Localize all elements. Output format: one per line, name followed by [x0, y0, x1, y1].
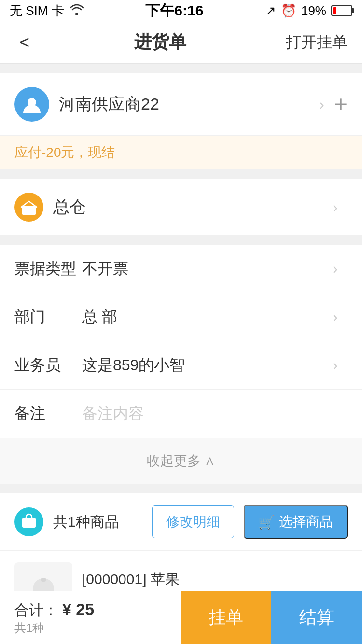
dept-label: 部门 — [14, 307, 82, 328]
supplier-avatar — [14, 87, 49, 122]
warehouse-row[interactable]: 总仓 › — [0, 179, 362, 235]
carrier-text: 无 SIM 卡 — [10, 2, 64, 19]
invoice-row[interactable]: 票据类型 不开票 › — [0, 245, 362, 293]
cart-icon: 🛒 — [258, 514, 275, 530]
svg-rect-5 — [41, 578, 46, 582]
supplier-card: 河南供应商22 › + 应付-20元，现结 — [0, 73, 362, 169]
svg-rect-1 — [22, 206, 36, 215]
battery-icon — [331, 5, 352, 16]
total-count: 共1种 — [14, 620, 166, 636]
status-bar: 无 SIM 卡 下午6:16 ↗ ⏰ 19% — [0, 0, 362, 21]
sales-row[interactable]: 业务员 这是859的小智 › — [0, 341, 362, 390]
dept-value: 总 部 — [82, 307, 333, 328]
warehouse-chevron-icon: › — [333, 198, 338, 216]
nav-bar: < 进货单 打开挂单 — [0, 21, 362, 64]
total-row: 合计： ¥ 25 — [14, 600, 166, 620]
open-hang-button[interactable]: 打开挂单 — [286, 32, 348, 53]
wifi-icon — [70, 3, 84, 18]
status-right: ↗ ⏰ 19% — [265, 3, 352, 18]
warehouse-name: 总仓 — [53, 196, 333, 218]
total-label: 合计： — [14, 602, 58, 618]
page-title: 进货单 — [134, 30, 186, 54]
status-left: 无 SIM 卡 — [10, 2, 84, 19]
edit-detail-button[interactable]: 修改明细 — [152, 505, 234, 538]
remark-input[interactable]: 备注内容 — [82, 403, 348, 424]
svg-rect-2 — [22, 518, 36, 528]
select-product-button[interactable]: 🛒 选择商品 — [244, 505, 348, 539]
form-section: 票据类型 不开票 › 部门 总 部 › 业务员 这是859的小智 › 备注 备注… — [0, 245, 362, 438]
supplier-row: 河南供应商22 › + — [0, 73, 362, 136]
invoice-label: 票据类型 — [14, 258, 82, 280]
total-amount: ¥ 25 — [62, 600, 94, 618]
product-code: [0000001] 苹果 — [82, 571, 180, 587]
location-icon: ↗ — [265, 3, 276, 18]
products-count: 共1种商品 — [53, 512, 142, 532]
invoice-value: 不开票 — [82, 258, 333, 280]
invoice-chevron-icon: › — [333, 260, 338, 278]
battery-text: 19% — [301, 3, 326, 18]
back-button[interactable]: < — [14, 28, 34, 57]
supplier-name: 河南供应商22 — [59, 93, 319, 115]
alarm-icon: ⏰ — [281, 3, 296, 18]
collapse-more-button[interactable]: 收起更多 ∧ — [0, 438, 362, 484]
warehouse-card[interactable]: 总仓 › — [0, 179, 362, 235]
status-time: 下午6:16 — [145, 1, 203, 21]
warehouse-icon — [14, 193, 43, 222]
section-gap-2 — [0, 169, 362, 179]
products-icon — [14, 507, 43, 536]
checkout-button[interactable]: 结算 — [271, 591, 362, 644]
dept-row[interactable]: 部门 总 部 › — [0, 293, 362, 341]
section-gap-1 — [0, 64, 362, 73]
section-gap-3 — [0, 235, 362, 245]
supplier-alert: 应付-20元，现结 — [0, 136, 362, 169]
bottom-bar: 合计： ¥ 25 共1种 挂单 结算 — [0, 591, 362, 644]
select-product-label: 选择商品 — [279, 513, 333, 531]
remark-row[interactable]: 备注 备注内容 — [0, 390, 362, 438]
supplier-chevron-icon: › — [319, 96, 324, 113]
sales-label: 业务员 — [14, 355, 82, 376]
hang-button[interactable]: 挂单 — [181, 591, 271, 644]
product-name: [0000001] 苹果 — [82, 570, 315, 589]
dept-chevron-icon: › — [333, 308, 338, 326]
sales-value: 这是859的小智 — [82, 355, 333, 376]
products-header: 共1种商品 修改明细 🛒 选择商品 — [0, 493, 362, 550]
add-supplier-button[interactable]: + — [334, 93, 348, 116]
sales-chevron-icon: › — [333, 356, 338, 374]
total-section: 合计： ¥ 25 共1种 — [0, 600, 181, 636]
section-gap-4 — [0, 484, 362, 493]
remark-label: 备注 — [14, 403, 82, 424]
